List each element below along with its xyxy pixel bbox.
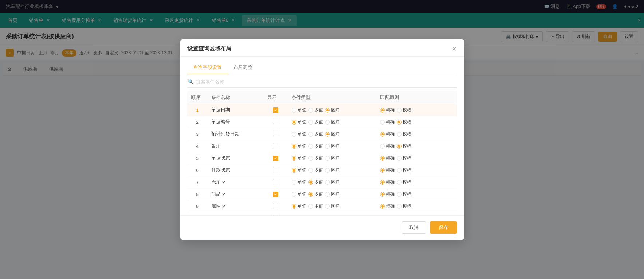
modal-overlay[interactable]: 设置查询区域布局 ✕ 查询字段设置 布局调整 🔍	[0, 0, 644, 79]
dialog-close-button[interactable]: ✕	[451, 46, 457, 52]
tab-query-fields[interactable]: 查询字段设置	[187, 61, 228, 74]
dialog-header: 设置查询区域布局 ✕	[180, 39, 464, 57]
tab-layout[interactable]: 布局调整	[228, 61, 258, 74]
dialog-tabs: 查询字段设置 布局调整	[187, 57, 457, 74]
dialog-body: 查询字段设置 布局调整 🔍 顺序 条件名称 显示	[180, 57, 464, 79]
dialog-title: 设置查询区域布局	[187, 45, 231, 52]
dialog: 设置查询区域布局 ✕ 查询字段设置 布局调整 🔍	[180, 39, 464, 79]
